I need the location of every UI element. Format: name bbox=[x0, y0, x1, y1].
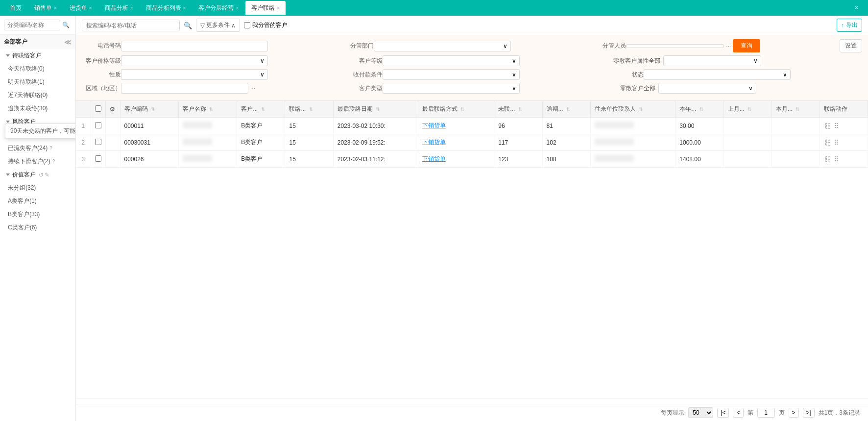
edit-value-icon[interactable]: ✎ bbox=[45, 172, 49, 178]
page-label: 第 bbox=[747, 409, 753, 417]
col-code[interactable]: 客户编码 ⇅ bbox=[120, 101, 178, 118]
customer-grade-select[interactable]: ∨ bbox=[383, 55, 520, 66]
customer-type-select[interactable]: ∨ bbox=[383, 83, 520, 94]
col-last-contact-method[interactable]: 最后联络方式 ⇅ bbox=[418, 101, 494, 118]
sidebar-search-input[interactable] bbox=[4, 20, 60, 30]
nav-sales-order[interactable]: 销售单 × bbox=[28, 1, 63, 15]
row-checkbox-2[interactable] bbox=[91, 151, 105, 168]
action-link-icon-2[interactable]: ⛓ bbox=[824, 155, 831, 163]
col-last-month[interactable]: 上月... ⇅ bbox=[723, 101, 772, 118]
action-link-icon-0[interactable]: ⛓ bbox=[824, 122, 831, 130]
row-checkbox-0[interactable] bbox=[91, 118, 105, 134]
col-type[interactable]: 客户... ⇅ bbox=[237, 101, 285, 118]
status-chevron: ∨ bbox=[783, 71, 787, 78]
col-unit-contact[interactable]: 往来单位联系人 ⇅ bbox=[590, 101, 675, 118]
action-more-icon-2[interactable]: ⠿ bbox=[834, 155, 839, 163]
scattered-label: 零散客户 bbox=[604, 84, 644, 93]
sort-type-icon: ⇅ bbox=[261, 106, 265, 112]
col-last-contact-date[interactable]: 最后联络日期 ⇅ bbox=[333, 101, 418, 118]
sidebar-item-today-contact[interactable]: 今天待联络(0) bbox=[0, 62, 75, 75]
sidebar-item-ungrouped[interactable]: 未分组(32) bbox=[0, 181, 75, 195]
price-grade-select[interactable]: ∨ bbox=[121, 55, 268, 66]
close-product-analysis-list-icon[interactable]: × bbox=[183, 5, 186, 11]
sidebar-search-icon[interactable]: 🔍 bbox=[62, 22, 70, 28]
settings-button[interactable]: 设置 bbox=[840, 39, 862, 52]
row-checkbox-1[interactable] bbox=[91, 134, 105, 151]
scattered-attr-label: 零散客户属性 bbox=[604, 57, 649, 65]
last-page-button[interactable]: >| bbox=[803, 408, 815, 418]
sidebar-item-class-b[interactable]: B类客户(33) bbox=[0, 208, 75, 221]
row-last-method-2[interactable]: 下销货单 bbox=[418, 151, 494, 168]
row-last-method-1[interactable]: 下销货单 bbox=[418, 134, 494, 151]
close-sales-order-icon[interactable]: × bbox=[54, 5, 57, 11]
customer-grade-label: 客户等级 bbox=[343, 57, 383, 65]
region-more-dots[interactable]: ··· bbox=[248, 85, 257, 92]
filter-search-input[interactable] bbox=[82, 20, 180, 31]
customer-grade-chevron: ∨ bbox=[512, 57, 516, 64]
scattered-attr-select[interactable]: ∨ bbox=[663, 55, 761, 66]
col-settings[interactable]: ⚙ bbox=[105, 101, 120, 118]
my-customers-checkbox[interactable] bbox=[244, 22, 250, 28]
prev-page-button[interactable]: < bbox=[733, 408, 743, 418]
query-button[interactable]: 查询 bbox=[733, 39, 760, 52]
close-purchase-order-icon[interactable]: × bbox=[89, 5, 92, 11]
dept-select[interactable]: ∨ bbox=[374, 41, 511, 51]
nav-product-analysis-list[interactable]: 商品分析列表 × bbox=[140, 1, 192, 15]
page-number-input[interactable]: 1 bbox=[757, 408, 775, 418]
select-all-checkbox[interactable] bbox=[95, 105, 101, 112]
col-this-year[interactable]: 本年... ⇅ bbox=[675, 101, 723, 118]
page-size-select[interactable]: 50 100 200 bbox=[688, 407, 713, 418]
col-uncontact-days[interactable]: 未联... ⇅ bbox=[494, 101, 542, 118]
customer-type-chevron: ∨ bbox=[512, 85, 516, 92]
refresh-value-icon[interactable]: ↺ bbox=[39, 172, 44, 178]
sidebar-item-7days-contact[interactable]: 近7天待联络(0) bbox=[0, 89, 75, 102]
col-this-month[interactable]: 本月... ⇅ bbox=[772, 101, 820, 118]
action-more-icon-1[interactable]: ⠿ bbox=[834, 139, 839, 147]
region-input[interactable] bbox=[121, 83, 248, 94]
phone-input[interactable] bbox=[121, 41, 268, 51]
col-name[interactable]: 客户名称 ⇅ bbox=[178, 101, 237, 118]
my-customers-checkbox-label[interactable]: 我分管的客户 bbox=[244, 21, 288, 29]
price-grade-chevron: ∨ bbox=[260, 57, 265, 64]
filter-more-conditions-button[interactable]: ▽ 更多条件 ∧ bbox=[196, 19, 240, 32]
first-page-button[interactable]: |< bbox=[717, 408, 729, 418]
filter-col-region: 区域（地区） ··· bbox=[82, 83, 339, 94]
close-product-analysis-icon[interactable]: × bbox=[130, 5, 133, 11]
sidebar-group-value-customers[interactable]: 价值客户 ↺ ✎ bbox=[0, 168, 75, 181]
col-contact-count[interactable]: 联络... ⇅ bbox=[285, 101, 333, 118]
status-select[interactable]: ∨ bbox=[644, 69, 791, 80]
nav-home[interactable]: 首页 bbox=[4, 1, 27, 15]
person-select[interactable] bbox=[626, 44, 724, 48]
sidebar-group-pending-contact[interactable]: 待联络客户 bbox=[0, 49, 75, 62]
action-more-icon-0[interactable]: ⠿ bbox=[834, 122, 839, 130]
row-this-month-2 bbox=[772, 151, 820, 168]
close-all-btn[interactable]: × bbox=[849, 2, 864, 13]
sidebar-item-declining[interactable]: 持续下滑客户(2) ? bbox=[0, 155, 75, 168]
nav-purchase-order[interactable]: 进货单 × bbox=[64, 1, 98, 15]
sidebar-item-tomorrow-contact[interactable]: 明天待联络(1) bbox=[0, 75, 75, 89]
next-page-button[interactable]: > bbox=[789, 408, 799, 418]
sidebar-item-class-c[interactable]: C类客户(6) bbox=[0, 221, 75, 234]
row-last-method-0[interactable]: 下销货单 bbox=[418, 118, 494, 134]
collapse-sidebar-icon[interactable]: ≪ bbox=[64, 38, 72, 46]
all-customers-label: 全部客户 bbox=[4, 38, 27, 46]
row-actions-quick-2 bbox=[105, 151, 120, 168]
horizontal-scrollbar[interactable] bbox=[76, 398, 868, 404]
filter-search-button[interactable]: 🔍 bbox=[184, 22, 192, 29]
payment-select[interactable]: ∨ bbox=[383, 69, 520, 80]
person-more-dots[interactable]: ··· bbox=[724, 43, 733, 50]
sidebar-item-already-lost[interactable]: 已流失客户(24) ? bbox=[0, 142, 75, 155]
nav-customer-segment[interactable]: 客户分层经营 × bbox=[193, 1, 244, 15]
nav-customer-contact[interactable]: 客户联络 × bbox=[245, 1, 286, 15]
nature-select[interactable]: ∨ bbox=[121, 69, 268, 80]
nav-product-analysis[interactable]: 商品分析 × bbox=[99, 1, 139, 15]
sidebar-all-customers[interactable]: 全部客户 ≪ bbox=[0, 35, 75, 49]
export-button[interactable]: ↑ 导出 bbox=[837, 19, 862, 32]
close-customer-contact-icon[interactable]: × bbox=[277, 5, 280, 11]
sidebar-item-overdue-contact[interactable]: 逾期未联络(30) bbox=[0, 102, 75, 115]
close-customer-segment-icon[interactable]: × bbox=[236, 5, 239, 11]
action-link-icon-1[interactable]: ⛓ bbox=[824, 139, 831, 147]
col-overdue-days[interactable]: 逾期... ⇅ bbox=[542, 101, 590, 118]
scattered-select[interactable]: ∨ bbox=[658, 83, 756, 94]
sidebar-item-class-a[interactable]: A类客户(1) bbox=[0, 195, 75, 208]
